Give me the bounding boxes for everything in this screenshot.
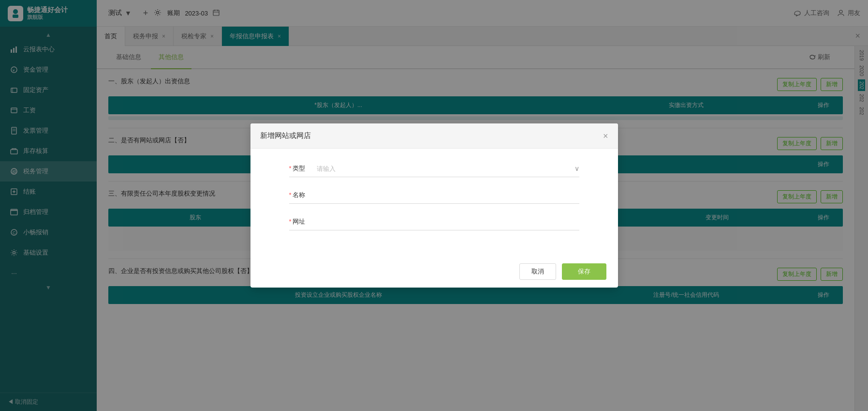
- form-field-type: *类型 ∨: [289, 164, 579, 177]
- form-field-name: *名称: [289, 191, 579, 204]
- dialog-footer: 取消 保存: [250, 256, 618, 288]
- save-button[interactable]: 保存: [562, 263, 606, 280]
- dialog-header: 新增网站或网店 ×: [250, 123, 618, 149]
- form-field-url: *网址: [289, 217, 579, 230]
- dialog-title: 新增网站或网店: [260, 131, 311, 140]
- form-row-name: *名称: [289, 191, 579, 204]
- dialog-overlay[interactable]: 新增网站或网店 × *类型 ∨ *名称: [0, 0, 868, 411]
- dialog: 新增网站或网店 × *类型 ∨ *名称: [250, 123, 618, 288]
- dialog-body: *类型 ∨ *名称 *网址: [250, 149, 618, 256]
- type-input[interactable]: [317, 165, 569, 172]
- name-input[interactable]: [317, 192, 579, 199]
- type-label: *类型: [289, 164, 305, 173]
- form-row-type: *类型 ∨: [289, 164, 579, 177]
- name-label: *名称: [289, 191, 305, 199]
- form-row-url: *网址: [289, 217, 579, 230]
- dialog-close-btn[interactable]: ×: [603, 132, 608, 140]
- url-input[interactable]: [317, 218, 579, 226]
- cancel-button[interactable]: 取消: [519, 263, 556, 280]
- url-label: *网址: [289, 217, 305, 226]
- type-dropdown-icon[interactable]: ∨: [574, 165, 579, 172]
